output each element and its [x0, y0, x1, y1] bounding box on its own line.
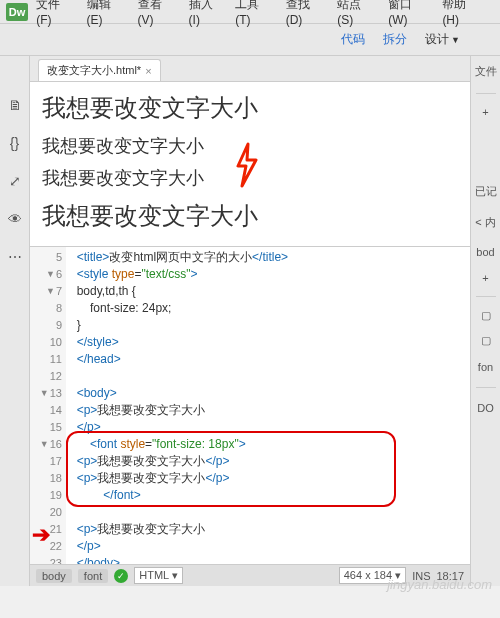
panel-label-do[interactable]: DO: [475, 400, 496, 416]
lightning-icon: [232, 142, 260, 195]
preview-line-1: 我想要改变文字大小: [42, 92, 458, 124]
view-code-button[interactable]: 代码: [341, 31, 365, 48]
files-panel-label[interactable]: 文件: [473, 62, 499, 81]
annotation-arrow-icon: ➔: [32, 522, 50, 548]
tab-bar: 改变文字大小.html* ×: [30, 56, 470, 82]
close-icon[interactable]: ×: [145, 65, 151, 77]
line-gutter: 5▼6▼789101112▼131415▼1617181920212223: [30, 247, 66, 564]
watermark: jingyan.baidu.com: [387, 577, 492, 592]
panel-label-fon[interactable]: fon: [476, 359, 495, 375]
right-panel: 文件 + 已记 < 内 bod + ▢ ▢ fon DO: [470, 56, 500, 586]
menu-help[interactable]: 帮助(H): [442, 0, 480, 27]
expand-icon[interactable]: ⤢: [6, 172, 24, 190]
panel-icon-2[interactable]: ▢: [481, 334, 491, 347]
menu-window[interactable]: 窗口(W): [388, 0, 428, 27]
language-select[interactable]: HTML ▾: [134, 567, 183, 584]
menu-tools[interactable]: 工具(T): [235, 0, 271, 27]
menu-site[interactable]: 站点(S): [337, 0, 374, 27]
view-design-dropdown[interactable]: 设计▼: [425, 31, 460, 48]
brackets-icon[interactable]: {}: [6, 134, 24, 152]
panel-label-1[interactable]: 已记: [473, 182, 499, 201]
ok-icon[interactable]: ✓: [114, 569, 128, 583]
view-switcher-row: 代码 拆分 设计▼: [0, 24, 500, 56]
preview-line-3: 我想要改变文字大小: [42, 166, 458, 190]
menubar: Dw 文件(F) 编辑(E) 查看(V) 插入(I) 工具(T) 查找(D) 站…: [0, 0, 500, 24]
menu-find[interactable]: 查找(D): [286, 0, 324, 27]
menu-file[interactable]: 文件(F): [36, 0, 72, 27]
document-tab[interactable]: 改变文字大小.html* ×: [38, 59, 161, 81]
left-toolbar: 🗎 {} ⤢ 👁 ⋯: [0, 56, 30, 586]
code-editor[interactable]: 5▼6▼789101112▼131415▼1617181920212223 <t…: [30, 247, 470, 564]
more-icon[interactable]: ⋯: [6, 248, 24, 266]
eye-icon[interactable]: 👁: [6, 210, 24, 228]
tab-label: 改变文字大小.html*: [47, 63, 141, 78]
crumb-font[interactable]: font: [78, 569, 108, 583]
panel-label-2[interactable]: < 内: [473, 213, 497, 232]
panel-label-3[interactable]: bod: [474, 244, 496, 260]
crumb-body[interactable]: body: [36, 569, 72, 583]
view-split-button[interactable]: 拆分: [383, 31, 407, 48]
file-icon[interactable]: 🗎: [6, 96, 24, 114]
plus-icon-2[interactable]: +: [482, 272, 488, 284]
plus-icon[interactable]: +: [482, 106, 488, 118]
code-content[interactable]: <title>改变html网页中文字的大小</title> <style typ…: [66, 247, 470, 564]
app-logo: Dw: [6, 3, 28, 21]
panel-icon-1[interactable]: ▢: [481, 309, 491, 322]
design-preview[interactable]: 我想要改变文字大小 我想要改变文字大小 我想要改变文字大小 我想要改变文字大小: [30, 82, 470, 247]
menu-insert[interactable]: 插入(I): [189, 0, 222, 27]
preview-line-4: 我想要改变文字大小: [42, 200, 458, 232]
menu-edit[interactable]: 编辑(E): [87, 0, 124, 27]
menu-view[interactable]: 查看(V): [138, 0, 175, 27]
